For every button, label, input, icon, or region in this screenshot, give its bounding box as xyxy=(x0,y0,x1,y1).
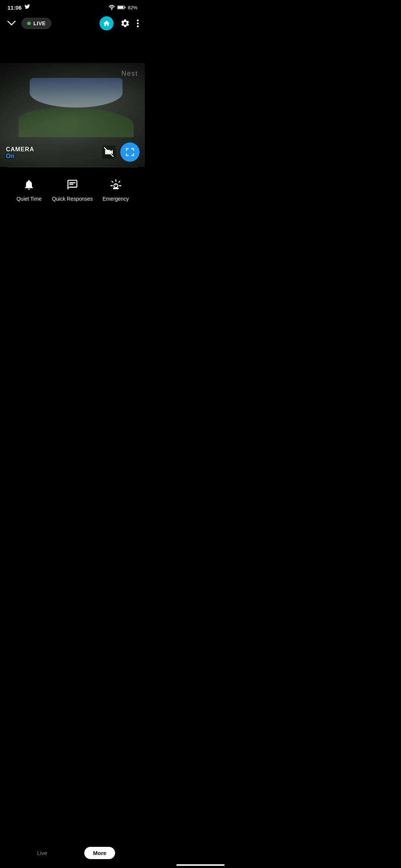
svg-line-13 xyxy=(119,181,120,183)
more-vertical-icon xyxy=(137,19,139,28)
wifi-icon xyxy=(108,5,115,10)
svg-rect-2 xyxy=(118,6,123,9)
twitter-icon xyxy=(25,4,30,10)
svg-line-12 xyxy=(112,181,113,183)
emergency-icon-container xyxy=(109,178,123,192)
svg-point-0 xyxy=(111,9,112,10)
status-left: 11:06 xyxy=(7,4,30,11)
camera-sky xyxy=(30,78,123,108)
mute-button[interactable] xyxy=(101,144,117,160)
toolbar: LIVE xyxy=(0,13,145,33)
overflow-menu-button[interactable] xyxy=(137,19,139,28)
battery-percentage: 82% xyxy=(128,5,137,10)
camera-label: CAMERA xyxy=(6,146,34,153)
black-space xyxy=(0,33,145,63)
fullscreen-button[interactable] xyxy=(120,142,140,162)
camera-label-area: CAMERA On xyxy=(6,146,34,160)
live-indicator-dot xyxy=(27,22,31,25)
quiet-time-icon: z xyxy=(23,179,35,191)
gear-icon xyxy=(120,19,130,28)
svg-rect-3 xyxy=(124,7,125,8)
camera-view: Nest CAMERA On xyxy=(0,63,145,167)
svg-point-5 xyxy=(137,23,139,24)
svg-text:z: z xyxy=(28,181,30,184)
quick-responses-icon xyxy=(66,179,78,191)
svg-point-4 xyxy=(137,20,139,22)
toolbar-icons xyxy=(100,16,139,30)
settings-button[interactable] xyxy=(120,19,130,28)
bottom-spacer xyxy=(0,210,145,313)
emergency-icon xyxy=(110,179,122,191)
emergency-action[interactable]: Emergency xyxy=(94,178,137,202)
quick-responses-action[interactable]: Quick Responses xyxy=(51,178,94,202)
status-right: 82% xyxy=(108,5,137,10)
emergency-label: Emergency xyxy=(102,195,129,202)
page-wrapper: 11:06 82% xyxy=(0,0,145,313)
nest-watermark: Nest xyxy=(121,70,138,78)
svg-rect-16 xyxy=(113,188,119,189)
battery-icon xyxy=(117,5,125,10)
quiet-time-label: Quiet Time xyxy=(16,195,42,202)
live-badge-text: LIVE xyxy=(33,20,46,26)
collapse-chevron[interactable] xyxy=(6,17,17,30)
fullscreen-icon xyxy=(125,147,135,157)
home-icon-button[interactable] xyxy=(100,16,114,30)
quick-actions: z Quiet Time Quick Responses xyxy=(0,167,145,210)
quick-responses-label: Quick Responses xyxy=(52,195,93,202)
mute-icon xyxy=(102,145,115,159)
camera-status: On xyxy=(6,153,34,160)
svg-point-6 xyxy=(137,26,139,27)
quiet-time-action[interactable]: z Quiet Time xyxy=(7,178,51,202)
status-bar: 11:06 82% xyxy=(0,0,145,13)
live-badge: LIVE xyxy=(22,18,51,29)
camera-actions xyxy=(101,142,140,162)
quiet-time-icon-container: z xyxy=(22,178,36,192)
status-time: 11:06 xyxy=(7,4,22,11)
quick-responses-icon-container xyxy=(65,178,79,192)
home-icon xyxy=(103,20,110,27)
